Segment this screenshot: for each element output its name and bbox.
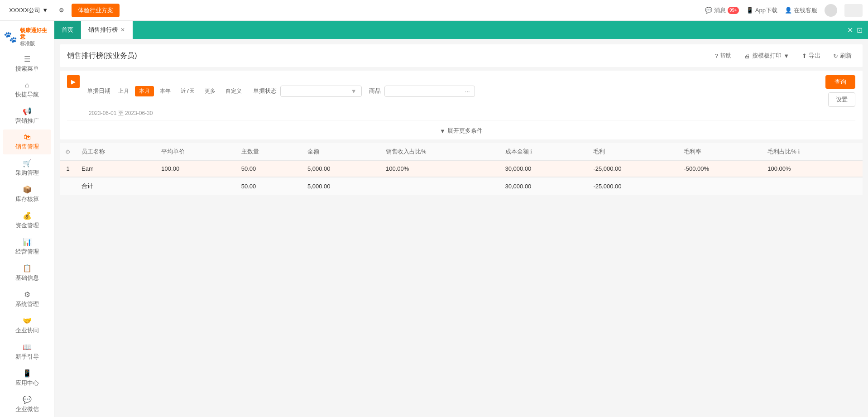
sidebar-item-collab[interactable]: 🤝 企业协同 xyxy=(3,313,51,338)
sidebar-item-label: 企业协同 xyxy=(15,326,39,335)
export-label: 导出 xyxy=(809,52,820,60)
query-button[interactable]: 查询 xyxy=(825,75,855,89)
date-btn-more[interactable]: 更多 xyxy=(201,86,220,96)
page-content: 销售排行榜(按业务员) ? 帮助 🖨 按模板打印 ▼ ⬆ 导出 xyxy=(54,39,868,417)
trial-button[interactable]: 体验行业方案 xyxy=(72,4,120,17)
gross-pct-info-icon[interactable]: ℹ xyxy=(798,149,800,155)
sidebar-item-quick-nav[interactable]: ⌂ 快捷导航 xyxy=(3,77,51,102)
cell-sales-pct: 100.00% xyxy=(380,161,500,177)
date-btn-custom[interactable]: 自定义 xyxy=(221,86,246,96)
help-icon: ? xyxy=(715,53,718,59)
settings-button[interactable]: 设置 xyxy=(828,92,855,107)
footer-amount: 5,000.00 xyxy=(302,177,380,195)
th-qty: 主数量 xyxy=(236,143,302,161)
sidebar-item-appstore[interactable]: 📱 应用中心 xyxy=(3,365,51,391)
tab-sales-rank[interactable]: 销售排行榜 ✕ xyxy=(81,21,133,39)
app-label: App下载 xyxy=(755,6,777,14)
footer-gross-pct xyxy=(762,177,863,195)
cell-avg-price: 100.00 xyxy=(156,161,235,177)
settings-column-icon[interactable]: ⚙ xyxy=(65,149,71,155)
company-selector[interactable]: XXXXX公司 ▼ xyxy=(5,5,52,16)
goods-filter: 商品 ··· xyxy=(369,86,475,97)
marketing-icon: 📢 xyxy=(23,107,32,115)
sidebar-logo: 🐾 畅康通好生意 标准版 xyxy=(0,23,54,51)
footer-cost: 30,000.00 xyxy=(500,177,588,195)
message-badge: 99+ xyxy=(728,7,739,14)
tab-close-icon[interactable]: ✕ xyxy=(120,27,125,33)
company-settings-icon[interactable]: ⚙ xyxy=(55,4,68,17)
sidebar-item-purchase[interactable]: 🛒 采购管理 xyxy=(3,155,51,181)
guide-icon: 📖 xyxy=(23,343,32,351)
help-label: 帮助 xyxy=(720,52,732,60)
company-name: XXXXX公司 xyxy=(9,6,40,14)
tab-home[interactable]: 首页 xyxy=(54,21,81,39)
logo-text: 畅康通好生意 xyxy=(20,27,50,40)
sidebar-item-system[interactable]: ⚙ 系统管理 xyxy=(3,287,51,312)
table-footer-row: 合计 50.00 5,000.00 30,000.00 -25,000.00 xyxy=(60,177,863,195)
date-btn-7days[interactable]: 近7天 xyxy=(177,86,199,96)
th-settings: ⚙ xyxy=(60,143,76,161)
service-icon: 👤 xyxy=(785,7,792,14)
footer-gross-rate xyxy=(678,177,762,195)
sidebar-item-sales[interactable]: 🛍 销售管理 xyxy=(3,129,51,154)
sidebar-item-business[interactable]: 📊 经营管理 xyxy=(3,234,51,259)
sidebar-item-marketing[interactable]: 📢 营销推广 xyxy=(3,103,51,129)
footer-sales-pct xyxy=(380,177,500,195)
goods-input[interactable]: ··· xyxy=(384,86,475,97)
tab-sales-rank-label: 销售排行榜 xyxy=(88,26,118,34)
print-button[interactable]: 🖨 按模板打印 ▼ xyxy=(741,50,793,62)
collab-icon: 🤝 xyxy=(23,316,32,325)
filter-row-1: 单据日期 上月 本月 本年 近7天 更多 自定义 xyxy=(87,75,855,107)
sidebar-item-label: 库存核算 xyxy=(15,195,39,203)
export-button[interactable]: ⬆ 导出 xyxy=(798,50,824,62)
status-select[interactable]: ▼ xyxy=(280,86,362,97)
sidebar-item-finance[interactable]: 💰 资金管理 xyxy=(3,208,51,233)
date-btn-this-month[interactable]: 本月 xyxy=(135,86,154,96)
status-chevron-icon: ▼ xyxy=(351,88,357,95)
top-bar-right: 💬 消息 99+ 📱 App下载 👤 在线客服 xyxy=(705,4,863,17)
filter-bar: ▶ 单据日期 上月 本月 本年 近7天 更多 xyxy=(60,71,863,139)
app-icon: 📱 xyxy=(746,7,753,14)
date-btn-prev-month[interactable]: 上月 xyxy=(114,86,133,96)
sidebar-item-label: 搜索菜单 xyxy=(15,65,39,73)
filter-actions: 查询 设置 xyxy=(825,75,855,107)
tab-restore-icon[interactable]: ⊡ xyxy=(857,26,863,34)
th-gross-pct: 毛利占比% ℹ xyxy=(762,143,863,161)
tab-bar-right: ✕ ⊡ xyxy=(847,26,868,34)
goods-more-icon: ··· xyxy=(465,88,470,95)
th-gross: 毛利 xyxy=(588,143,678,161)
collapse-arrow-button[interactable]: ▶ xyxy=(67,75,80,88)
sidebar-item-search[interactable]: ☰ 搜索菜单 xyxy=(3,51,51,77)
date-options: 上月 本月 本年 近7天 更多 自定义 xyxy=(114,86,246,96)
help-button[interactable]: ? 帮助 xyxy=(711,50,735,62)
print-label: 按模板打印 xyxy=(752,52,782,60)
export-icon: ⬆ xyxy=(802,53,807,59)
cell-name: Eam xyxy=(76,161,156,177)
logo-sub: 标准版 xyxy=(20,40,50,47)
message-button[interactable]: 💬 消息 99+ xyxy=(705,6,739,14)
sidebar-item-wechat[interactable]: 💬 企业微信 xyxy=(3,392,51,417)
date-btn-this-year[interactable]: 本年 xyxy=(156,86,175,96)
sidebar-item-basic[interactable]: 📋 基础信息 xyxy=(3,260,51,286)
sidebar-item-label: 资金管理 xyxy=(15,221,39,230)
user-avatar[interactable] xyxy=(825,4,837,17)
table-header-row: ⚙ 员工名称 平均单价 主数量 全额 销售收入占比% 成本全额 ℹ xyxy=(60,143,863,161)
finance-icon: 💰 xyxy=(23,211,32,220)
top-bar-left: XXXXX公司 ▼ ⚙ 体验行业方案 xyxy=(5,4,705,17)
online-service-button[interactable]: 👤 在线客服 xyxy=(785,6,817,14)
sidebar-item-label: 企业微信 xyxy=(15,405,39,413)
cost-info-icon[interactable]: ℹ xyxy=(530,149,532,155)
tab-close-all-icon[interactable]: ✕ xyxy=(847,26,853,34)
sidebar-item-label: 应用中心 xyxy=(15,379,39,387)
top-bar: XXXXX公司 ▼ ⚙ 体验行业方案 💬 消息 99+ 📱 App下载 👤 在线… xyxy=(0,0,868,21)
th-avg-price: 平均单价 xyxy=(156,143,235,161)
sidebar-item-guide[interactable]: 📖 新手引导 xyxy=(3,339,51,364)
expand-more-button[interactable]: ▼ 展开更多条件 xyxy=(440,127,483,135)
refresh-button[interactable]: ↻ 刷新 xyxy=(830,50,855,62)
sidebar-item-inventory[interactable]: 📦 库存核算 xyxy=(3,182,51,207)
app-download-button[interactable]: 📱 App下载 xyxy=(746,6,777,14)
th-cost: 成本全额 ℹ xyxy=(500,143,588,161)
basic-icon: 📋 xyxy=(23,264,32,273)
sidebar-item-label: 销售管理 xyxy=(15,143,39,151)
sidebar-item-label: 新手引导 xyxy=(15,353,39,361)
